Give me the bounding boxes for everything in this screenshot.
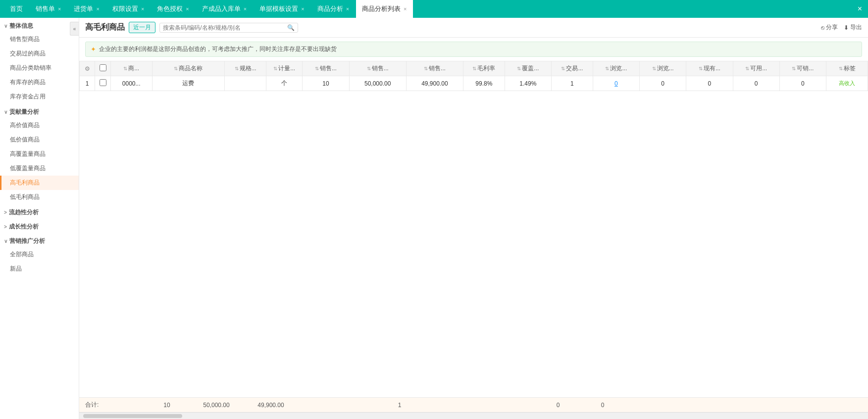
totals-sales-profit: 49,900.00	[244, 402, 298, 409]
col-header-15[interactable]: 可用...	[733, 61, 779, 76]
sidebar-item-低价值商品[interactable]: 低价值商品	[0, 133, 79, 147]
table-row: 10000...运费个1050,000.0049,900.0099.8%1.49…	[80, 76, 868, 91]
content-header: 高毛利商品 近一月 🔍 ⎋ 分享 ⬇ 导出	[79, 18, 868, 38]
transactions: 1	[552, 76, 593, 91]
sidebar-group-title-贡献量分析[interactable]: ∨贡献量分析	[0, 104, 79, 118]
totals-sales-qty: 10	[145, 402, 189, 409]
col-header-11[interactable]: 交易...	[552, 61, 593, 76]
views2: 0	[640, 76, 686, 91]
sidebar-group-title-整体信息[interactable]: ∨整体信息	[0, 18, 79, 32]
banner-text: 企业的主要的利润都是这部分商品创造的，可考虑加大推广，同时关注库存是不要出现缺货	[99, 45, 337, 53]
sidebar-group-title-成长性分析[interactable]: >成长性分析	[0, 219, 79, 233]
nav-tab-销售单[interactable]: 销售单×	[30, 0, 67, 18]
sidebar-item-低覆盖量商品[interactable]: 低覆盖量商品	[0, 161, 79, 176]
sidebar-item-新品[interactable]: 新品	[0, 262, 79, 276]
chevron-icon: ∨	[4, 23, 7, 29]
col-header-12[interactable]: 浏览...	[593, 61, 639, 76]
product-spec	[225, 76, 266, 91]
nav-tab-单据模板设置[interactable]: 单据模板设置×	[254, 0, 310, 18]
totals-label: 合计:	[85, 401, 145, 409]
col-header-2[interactable]: 商...	[110, 61, 152, 76]
nav-tab-进货单[interactable]: 进货单×	[68, 0, 105, 18]
settings-icon[interactable]: ⚙	[85, 65, 90, 72]
page-title: 高毛利商品	[85, 22, 125, 33]
chevron-icon: >	[4, 224, 7, 230]
tab-close-icon[interactable]: ×	[346, 6, 349, 12]
scroll-thumb[interactable]	[83, 414, 182, 418]
totals-bar: 合计: 10 50,000.00 49,900.00 1 0 0	[79, 397, 868, 412]
col-header-7[interactable]: 销售...	[349, 61, 406, 76]
sidebar-item-商品分类助销率[interactable]: 商品分类助销率	[0, 61, 79, 75]
tab-close-icon[interactable]: ×	[301, 6, 304, 12]
col-header-16[interactable]: 可销...	[779, 61, 826, 76]
nav-tab-首页[interactable]: 首页	[4, 0, 29, 18]
col-header-13[interactable]: 浏览...	[640, 61, 686, 76]
col-header-3[interactable]: 商品名称	[152, 61, 225, 76]
col-header-6[interactable]: 销售...	[303, 61, 349, 76]
product-unit: 个	[266, 76, 303, 91]
totals-sales-amount: 50,000.00	[189, 402, 244, 409]
sidebar-item-交易过的商品[interactable]: 交易过的商品	[0, 47, 79, 61]
horizontal-scrollbar[interactable]	[79, 412, 868, 419]
tab-close-icon[interactable]: ×	[141, 6, 144, 12]
header-actions: ⎋ 分享 ⬇ 导出	[821, 23, 862, 32]
sidebar-item-全部商品[interactable]: 全部商品	[0, 247, 79, 262]
filter-month-button[interactable]: 近一月	[129, 22, 155, 33]
search-input[interactable]	[163, 24, 285, 31]
share-button[interactable]: ⎋ 分享	[821, 23, 838, 32]
nav-tab-产成品入库单[interactable]: 产成品入库单×	[196, 0, 253, 18]
search-box: 🔍	[159, 23, 298, 33]
tab-close-icon[interactable]: ×	[244, 6, 247, 12]
nav-tab-商品分析[interactable]: 商品分析×	[311, 0, 355, 18]
sidebar-item-低毛利商品[interactable]: 低毛利商品	[0, 190, 79, 204]
nav-tab-商品分析列表[interactable]: 商品分析列表×	[356, 0, 412, 18]
sidebar-item-高价值商品[interactable]: 高价值商品	[0, 118, 79, 133]
info-icon: ✦	[91, 46, 96, 53]
totals-stock-sellable: 0	[580, 402, 625, 409]
nav-tab-权限设置[interactable]: 权限设置×	[106, 0, 150, 18]
data-table: ⚙商...商品名称规格...计量...销售...销售...销售...毛利率覆盖.…	[79, 61, 868, 91]
nav-tab-角色授权[interactable]: 角色授权×	[151, 0, 195, 18]
tab-close-icon[interactable]: ×	[186, 6, 189, 12]
sidebar: « ∨整体信息销售型商品交易过的商品商品分类助销率有库存的商品库存资金占用∨贡献…	[0, 18, 79, 419]
main-layout: « ∨整体信息销售型商品交易过的商品商品分类助销率有库存的商品库存资金占用∨贡献…	[0, 18, 868, 419]
sidebar-group-贡献量分析: ∨贡献量分析高价值商品低价值商品高覆盖量商品低覆盖量商品高毛利商品低毛利商品	[0, 104, 79, 204]
window-close-button[interactable]: ×	[858, 4, 862, 13]
col-header-17[interactable]: 标签	[826, 61, 868, 76]
row-index: 1	[80, 76, 95, 91]
export-button[interactable]: ⬇ 导出	[844, 23, 862, 32]
sidebar-item-高毛利商品[interactable]: 高毛利商品	[0, 176, 79, 190]
sidebar-group-title-营销推广分析[interactable]: ∨营销推广分析	[0, 233, 79, 247]
col-header-5[interactable]: 计量...	[266, 61, 303, 76]
sidebar-item-库存资金占用[interactable]: 库存资金占用	[0, 90, 79, 104]
top-navigation: 首页销售单×进货单×权限设置×角色授权×产成品入库单×单据模板设置×商品分析×商…	[0, 0, 868, 18]
row-checkbox[interactable]	[100, 79, 106, 86]
tag-cell: 高收入	[826, 76, 868, 91]
stock-current: 0	[686, 76, 733, 91]
data-table-container: ⚙商...商品名称规格...计量...销售...销售...销售...毛利率覆盖.…	[79, 61, 868, 397]
export-icon: ⬇	[844, 24, 849, 31]
stock-sellable: 0	[779, 76, 826, 91]
product-code: 0000...	[110, 76, 152, 91]
sidebar-item-有库存的商品[interactable]: 有库存的商品	[0, 75, 79, 90]
sidebar-group-title-流趋性分析[interactable]: >流趋性分析	[0, 204, 79, 219]
col-header-4[interactable]: 规格...	[225, 61, 266, 76]
gross-rate: 99.8%	[463, 76, 505, 91]
views1-link[interactable]: 0	[614, 80, 618, 87]
col-header-9[interactable]: 毛利率	[463, 61, 505, 76]
col-header-10[interactable]: 覆盖...	[505, 61, 551, 76]
stock-available: 0	[733, 76, 779, 91]
sidebar-group-整体信息: ∨整体信息销售型商品交易过的商品商品分类助销率有库存的商品库存资金占用	[0, 18, 79, 104]
col-header-8[interactable]: 销售...	[406, 61, 463, 76]
select-all-checkbox[interactable]	[100, 64, 106, 71]
search-icon[interactable]: 🔍	[287, 24, 295, 31]
sidebar-item-销售型商品[interactable]: 销售型商品	[0, 32, 79, 47]
sidebar-item-高覆盖量商品[interactable]: 高覆盖量商品	[0, 147, 79, 161]
tab-close-icon[interactable]: ×	[96, 6, 99, 12]
tab-close-icon[interactable]: ×	[58, 6, 61, 12]
chevron-icon: ∨	[4, 109, 7, 115]
col-header-14[interactable]: 现有...	[686, 61, 733, 76]
product-tag: 高收入	[839, 80, 855, 86]
tab-close-icon[interactable]: ×	[404, 6, 407, 12]
sidebar-collapse-button[interactable]: «	[70, 22, 79, 36]
